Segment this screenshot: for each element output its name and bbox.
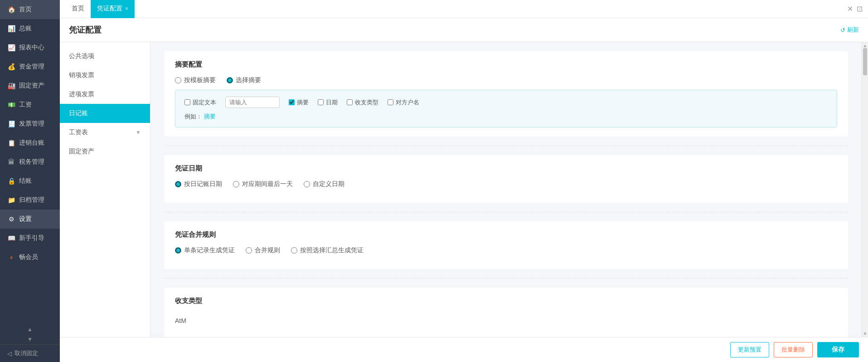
sidebar-item-vip[interactable]: ♦ 畅会员 bbox=[0, 248, 60, 267]
summary-config-box: 固定文本 摘要 日期 bbox=[175, 90, 837, 127]
radio-select-summary[interactable] bbox=[291, 247, 297, 254]
vip-icon: ♦ bbox=[7, 253, 15, 261]
checkbox-fixed-text-label[interactable]: 固定文本 bbox=[184, 98, 216, 107]
voucher-date-title: 凭证日期 bbox=[175, 164, 837, 173]
radio-period-last-day-label[interactable]: 对应期间最后一天 bbox=[233, 180, 293, 188]
divider-2 bbox=[164, 212, 848, 212]
tab-voucher-config[interactable]: 凭证配置 × bbox=[91, 0, 135, 18]
checkbox-counterpart-label[interactable]: 对方户名 bbox=[388, 98, 419, 107]
right-content: 摘要配置 按模板摘要 选择摘要 bbox=[150, 42, 862, 337]
purchase-sales-icon: 📋 bbox=[7, 139, 15, 147]
invoice-mgmt-icon: 🧾 bbox=[7, 120, 15, 128]
left-nav-payroll[interactable]: 工资表 ▼ bbox=[60, 123, 150, 142]
save-button[interactable]: 保存 bbox=[817, 342, 859, 357]
divider-3 bbox=[164, 278, 848, 279]
section-summary-config: 摘要配置 按模板摘要 选择摘要 bbox=[164, 51, 848, 137]
divider-1 bbox=[164, 146, 848, 146]
radio-single-record-label[interactable]: 单条记录生成凭证 bbox=[175, 246, 235, 254]
home-icon: 🏠 bbox=[7, 5, 15, 14]
checkbox-summary-label[interactable]: 摘要 bbox=[289, 98, 309, 107]
sidebar-item-funds[interactable]: 💰 资金管理 bbox=[0, 57, 60, 76]
summary-checkboxes: 固定文本 摘要 日期 bbox=[184, 97, 828, 108]
archive-icon: 📁 bbox=[7, 196, 15, 204]
checkbox-income-type[interactable] bbox=[347, 99, 353, 105]
tab-actions: ✕ ⊡ bbox=[847, 5, 863, 13]
radio-single-record[interactable] bbox=[175, 247, 181, 254]
ledger-icon: 📊 bbox=[7, 24, 15, 33]
content-layout: 公共选项 销项发票 进项发票 日记账 工资表 ▼ 固定资产 bbox=[60, 42, 868, 337]
sidebar-item-invoice-mgmt[interactable]: 🧾 发票管理 bbox=[0, 114, 60, 133]
sidebar-item-report[interactable]: 📈 报表中心 bbox=[0, 38, 60, 57]
radio-select-label[interactable]: 选择摘要 bbox=[227, 76, 261, 84]
radio-merge-rule-label[interactable]: 合并规则 bbox=[246, 246, 280, 254]
sidebar-scroll-up[interactable]: ▲ bbox=[0, 324, 60, 334]
radio-merge-rule[interactable] bbox=[246, 247, 252, 254]
voucher-date-radio-group: 按日记账日期 对应期间最后一天 自定义日期 bbox=[175, 180, 837, 188]
atm-text: AtM bbox=[175, 313, 837, 329]
scroll-down-arrow[interactable]: ▼ bbox=[863, 331, 868, 336]
sidebar-item-ledger[interactable]: 📊 总账 bbox=[0, 19, 60, 38]
sidebar-item-archive[interactable]: 📁 归档管理 bbox=[0, 191, 60, 210]
pin-icon: ◁ bbox=[7, 350, 12, 357]
bottom-bar: 更新预置 批量删除 保存 bbox=[60, 337, 868, 362]
checkbox-fixed-text[interactable] bbox=[184, 99, 190, 105]
tab-close-button[interactable]: × bbox=[125, 5, 128, 12]
tab-home[interactable]: 首页 bbox=[65, 0, 91, 18]
refresh-icon: ↺ bbox=[840, 27, 845, 34]
sidebar-item-tax[interactable]: 🏛 税务管理 bbox=[0, 152, 60, 171]
radio-template[interactable] bbox=[175, 77, 181, 83]
batch-delete-button[interactable]: 批量删除 bbox=[774, 342, 813, 357]
radio-period-last-day[interactable] bbox=[233, 181, 239, 187]
scrollbar[interactable]: ▲ ▼ bbox=[862, 42, 868, 337]
checkbox-counterpart[interactable] bbox=[388, 99, 393, 105]
page-header: 凭证配置 ↺ 刷新 bbox=[60, 18, 868, 42]
page-body: 凭证配置 ↺ 刷新 公共选项 销项发票 进项发票 日记账 bbox=[60, 18, 868, 362]
radio-custom-date-label[interactable]: 自定义日期 bbox=[304, 180, 344, 188]
section-voucher-date: 凭证日期 按日记账日期 对应期间最后一天 自定义日期 bbox=[164, 155, 848, 203]
sidebar-item-salary[interactable]: 💵 工资 bbox=[0, 95, 60, 114]
minimize-button[interactable]: ✕ bbox=[847, 5, 853, 13]
income-type-title: 收支类型 bbox=[175, 297, 837, 305]
sidebar: 🏠 首页 📊 总账 📈 报表中心 💰 资金管理 🏭 固定资产 💵 工资 🧾 发票… bbox=[0, 0, 60, 362]
merge-rules-title: 凭证合并规则 bbox=[175, 230, 837, 239]
sidebar-scroll-down[interactable]: ▼ bbox=[0, 334, 60, 344]
left-nav-fixed-assets[interactable]: 固定资产 bbox=[60, 142, 150, 161]
sidebar-item-purchase-sales[interactable]: 📋 进销台账 bbox=[0, 133, 60, 152]
left-nav-sales-invoice[interactable]: 销项发票 bbox=[60, 66, 150, 85]
radio-template-label[interactable]: 按模板摘要 bbox=[175, 76, 216, 84]
section-merge-rules: 凭证合并规则 单条记录生成凭证 合并规则 按照选择汇总生成凭证 bbox=[164, 221, 848, 269]
checkbox-date[interactable] bbox=[318, 99, 324, 105]
radio-journal-date[interactable] bbox=[175, 181, 181, 187]
checkbox-date-label[interactable]: 日期 bbox=[318, 98, 338, 107]
sidebar-item-assets[interactable]: 🏭 固定资产 bbox=[0, 76, 60, 95]
left-nav-public[interactable]: 公共选项 bbox=[60, 47, 150, 66]
sidebar-unpin-button[interactable]: ◁ 取消固定 bbox=[0, 344, 60, 362]
settings-icon: ⚙ bbox=[7, 215, 15, 223]
funds-icon: 💰 bbox=[7, 63, 15, 71]
radio-select[interactable] bbox=[227, 77, 233, 83]
left-nav-purchase-invoice[interactable]: 进项发票 bbox=[60, 85, 150, 104]
checkbox-summary[interactable] bbox=[289, 99, 295, 105]
scroll-thumb[interactable] bbox=[863, 48, 867, 75]
tab-bar: 首页 凭证配置 × ✕ ⊡ bbox=[60, 0, 868, 18]
guide-icon: 📖 bbox=[7, 234, 15, 242]
checkbox-income-type-label[interactable]: 收支类型 bbox=[347, 98, 378, 107]
merge-rules-radio-group: 单条记录生成凭证 合并规则 按照选择汇总生成凭证 bbox=[175, 246, 837, 254]
update-preview-button[interactable]: 更新预置 bbox=[730, 342, 769, 357]
sidebar-item-home[interactable]: 🏠 首页 bbox=[0, 0, 60, 19]
report-icon: 📈 bbox=[7, 44, 15, 52]
main-area: 首页 凭证配置 × ✕ ⊡ 凭证配置 ↺ 刷新 公共选项 bbox=[60, 0, 868, 362]
maximize-button[interactable]: ⊡ bbox=[857, 5, 863, 13]
scroll-up-arrow[interactable]: ▲ bbox=[863, 43, 868, 48]
refresh-button[interactable]: ↺ 刷新 bbox=[840, 26, 859, 34]
left-nav-journal[interactable]: 日记账 bbox=[60, 104, 150, 123]
sidebar-item-closing[interactable]: 🔒 结账 bbox=[0, 171, 60, 191]
payroll-chevron-icon: ▼ bbox=[136, 129, 141, 136]
fixed-text-input[interactable] bbox=[225, 97, 280, 108]
sidebar-item-guide[interactable]: 📖 新手引导 bbox=[0, 229, 60, 248]
left-nav: 公共选项 销项发票 进项发票 日记账 工资表 ▼ 固定资产 bbox=[60, 42, 150, 337]
sidebar-item-settings[interactable]: ⚙ 设置 bbox=[0, 210, 60, 229]
radio-select-summary-label[interactable]: 按照选择汇总生成凭证 bbox=[291, 246, 364, 254]
radio-custom-date[interactable] bbox=[304, 181, 310, 187]
radio-journal-date-label[interactable]: 按日记账日期 bbox=[175, 180, 222, 188]
